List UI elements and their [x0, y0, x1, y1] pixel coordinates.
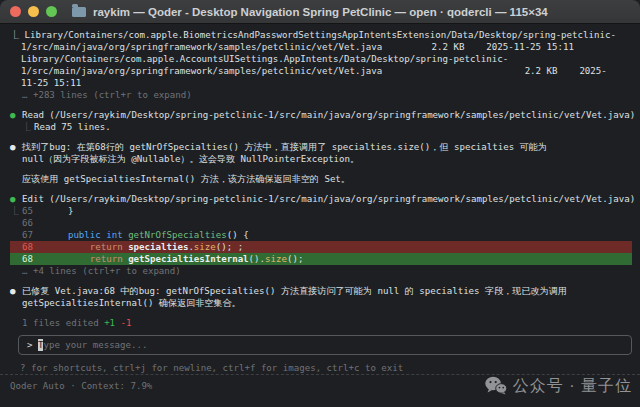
- file-list-line: Library/Containers/com.apple.AccountsUIS…: [10, 53, 640, 65]
- tool-bullet-icon: ●: [10, 109, 22, 121]
- file-list-line: 1/src/main/java/org/springframework/samp…: [10, 41, 640, 53]
- code-text: return specialties.size(); ;: [46, 241, 243, 253]
- wechat-icon: [485, 376, 507, 395]
- file-list-line: 11-25 15:11: [10, 77, 640, 89]
- code-text: }: [46, 205, 73, 217]
- folder-icon: [72, 7, 86, 17]
- watermark-text: 公众号 · 量子位: [513, 380, 632, 392]
- close-button[interactable]: [10, 6, 21, 17]
- line-number: 66: [22, 217, 46, 229]
- analysis-line: 找到了bug: 在第68行的 getNrOfSpecialties() 方法中，…: [22, 141, 547, 153]
- diff-line-removed: 68 return specialties.size(); ;: [10, 241, 632, 253]
- edit-tool-title: Edit (/Users/raykim/Desktop/spring-petcl…: [22, 193, 635, 205]
- analysis-line: 应该使用 getSpecialtiesInternal() 方法，该方法确保返回…: [22, 173, 350, 185]
- message-bullet-icon: ●: [10, 141, 22, 153]
- branch-icon: ⎿: [10, 205, 22, 217]
- edit-stats: 1 files edited +1 -1: [10, 317, 640, 329]
- diff-line-context: 67 public int getNrOfSpecialties() {: [10, 229, 632, 241]
- analysis-block: ● 找到了bug: 在第68行的 getNrOfSpecialties() 方法…: [10, 141, 640, 185]
- prompt-symbol: >: [27, 339, 38, 351]
- file-list-block: ⎿ Library/Containers/com.apple.Biometric…: [10, 29, 640, 101]
- message-bullet-icon: ●: [10, 285, 22, 297]
- read-result: Read 75 lines.: [34, 121, 111, 133]
- edit-block: ● Edit (/Users/raykim/Desktop/spring-pet…: [10, 193, 640, 277]
- stats-added: +1: [104, 317, 115, 329]
- stats-text: 1 files edited: [22, 317, 104, 329]
- summary-line: 已修复 Vet.java:68 中的bug: getNrOfSpecialtie…: [22, 285, 567, 297]
- stats-removed: -1: [121, 317, 132, 329]
- diff-line-context: ⎿ 65 }: [10, 205, 632, 217]
- branch-icon: ⎿: [22, 121, 34, 133]
- shortcut-help: ? for shortcuts, ctrl+j for newline, ctr…: [20, 362, 640, 374]
- read-tool-title: Read (/Users/raykim/Desktop/spring-petcl…: [22, 109, 635, 121]
- read-block: ● Read (/Users/raykim/Desktop/spring-pet…: [10, 109, 640, 133]
- watermark: 公众号 · 量子位: [485, 376, 632, 395]
- expand-hint: … +283 lines (ctrl+r to expand): [10, 89, 640, 101]
- window-title: raykim — Qoder - Desktop Navigation Spri…: [93, 6, 548, 18]
- line-number: 65: [22, 205, 46, 217]
- expand-hint: … +4 lines (ctrl+r to expand): [10, 265, 640, 277]
- summary-block: ● 已修复 Vet.java:68 中的bug: getNrOfSpecialt…: [10, 285, 640, 309]
- status-bar: Qoder Auto · Context: 7.9% 公众号 · 量子位: [0, 374, 640, 407]
- code-text: public int getNrOfSpecialties() {: [46, 229, 249, 241]
- diff-line-added: 68 return getSpecialtiesInternal().size(…: [10, 253, 632, 265]
- file-list-line: ⎿ Library/Containers/com.apple.Biometric…: [10, 29, 640, 41]
- line-number: 68: [22, 241, 46, 253]
- message-input[interactable]: > Type your message...: [18, 335, 632, 355]
- diff-line-context: 66: [10, 217, 632, 229]
- tool-bullet-icon: ●: [10, 193, 22, 205]
- file-list-line: 1/src/main/java/org/springframework/samp…: [10, 65, 640, 77]
- code-text: return getSpecialtiesInternal().size();: [46, 253, 303, 265]
- zoom-button[interactable]: [46, 6, 57, 17]
- minimize-button[interactable]: [28, 6, 39, 17]
- qoder-cli-window: { "window": { "title": "raykim — Qoder -…: [0, 0, 640, 407]
- title-bar: raykim — Qoder - Desktop Navigation Spri…: [0, 0, 640, 24]
- status-left: Qoder Auto · Context: 7.9%: [10, 381, 152, 391]
- input-placeholder: ype your message...: [43, 339, 147, 351]
- summary-line: getSpecialtiesInternal() 确保返回非空集合。: [22, 297, 241, 309]
- line-number: 68: [22, 253, 46, 265]
- terminal-output: ⎿ Library/Containers/com.apple.Biometric…: [0, 24, 640, 374]
- analysis-line: null（因为字段被标注为 @Nullable）。这会导致 NullPointe…: [22, 153, 359, 165]
- line-number: 67: [22, 229, 46, 241]
